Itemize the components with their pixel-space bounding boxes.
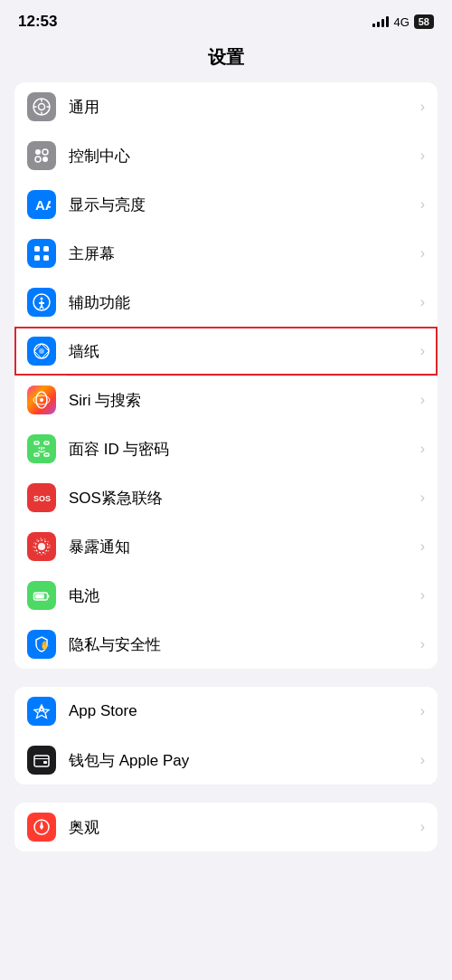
status-bar: 12:53 4G 58 [0, 0, 452, 38]
accessibility-icon [27, 288, 56, 317]
control-label: 控制中心 [69, 146, 420, 167]
svg-point-31 [43, 447, 45, 449]
settings-row-faceid[interactable]: 面容 ID 与密码 › [14, 424, 438, 473]
appstore-label: App Store [69, 702, 420, 720]
svg-point-1 [39, 104, 45, 110]
settings-row-wallpaper[interactable]: 墙纸 › [14, 327, 438, 376]
svg-rect-38 [48, 595, 50, 598]
accessibility-chevron: › [420, 294, 425, 310]
general-label: 通用 [69, 97, 420, 118]
settings-row-wallet[interactable]: 钱包与 Apple Pay › [14, 736, 438, 785]
svg-point-46 [41, 826, 43, 829]
siri-label: Siri 与搜索 [69, 390, 420, 411]
settings-row-sos[interactable]: SOS SOS紧急联络 › [14, 473, 438, 522]
wallpaper-icon [27, 337, 56, 366]
sos-icon: SOS [27, 483, 56, 512]
display-icon: AA [27, 190, 56, 219]
faceid-chevron: › [420, 441, 425, 457]
svg-rect-28 [34, 453, 39, 456]
svg-text:SOS: SOS [33, 494, 51, 503]
settings-row-compass[interactable]: 奥观 › [14, 803, 438, 852]
appstore-icon [27, 697, 56, 726]
sos-label: SOS紧急联络 [69, 488, 420, 509]
wallet-icon [27, 746, 56, 775]
svg-point-22 [39, 348, 44, 354]
svg-point-25 [40, 398, 43, 402]
privacy-label: 隐私与安全性 [69, 634, 420, 655]
homescreen-label: 主屏幕 [69, 243, 420, 264]
network-label: 4G [393, 15, 409, 29]
exposure-chevron: › [420, 538, 425, 555]
status-icons: 4G 58 [372, 14, 434, 29]
svg-rect-13 [34, 255, 40, 261]
wallpaper-chevron: › [420, 343, 425, 359]
svg-point-16 [41, 298, 43, 300]
svg-rect-42 [34, 756, 49, 766]
faceid-icon [27, 434, 56, 463]
control-chevron: › [420, 147, 425, 164]
battery-badge: 58 [414, 14, 434, 29]
exposure-label: 暴露通知 [69, 537, 420, 557]
settings-row-display[interactable]: AA 显示与亮度 › [14, 180, 438, 229]
svg-rect-43 [43, 761, 47, 764]
wallet-chevron: › [420, 752, 425, 768]
settings-group-2: App Store › 钱包与 Apple Pay › [14, 687, 438, 785]
svg-line-20 [42, 306, 43, 309]
svg-point-7 [42, 149, 48, 155]
page-title: 设置 [0, 38, 452, 82]
display-label: 显示与亮度 [69, 195, 420, 215]
compass-label: 奥观 [69, 817, 420, 838]
settings-row-accessibility[interactable]: 辅助功能 › [14, 278, 438, 327]
settings-row-general[interactable]: 通用 › [14, 82, 438, 131]
svg-point-9 [42, 157, 48, 162]
settings-row-homescreen[interactable]: 主屏幕 › [14, 229, 438, 278]
svg-point-6 [35, 149, 41, 155]
faceid-label: 面容 ID 与密码 [69, 439, 420, 460]
general-icon [27, 92, 56, 121]
svg-rect-12 [43, 246, 49, 252]
accessibility-label: 辅助功能 [69, 292, 420, 313]
battery-chevron: › [420, 587, 425, 604]
compass-chevron: › [420, 819, 425, 835]
svg-text:✋: ✋ [40, 640, 51, 651]
siri-chevron: › [420, 392, 425, 408]
settings-group-1: 通用 › 控制中心 › AA 显示与亮度 › [14, 82, 438, 669]
svg-point-34 [38, 543, 45, 550]
settings-group-3: 奥观 › [14, 803, 438, 852]
settings-row-battery[interactable]: 电池 › [14, 571, 438, 620]
svg-rect-39 [35, 595, 44, 599]
svg-rect-29 [44, 453, 49, 456]
battery-label: 电池 [69, 585, 420, 606]
battery-icon [27, 581, 56, 610]
privacy-icon: ✋ [27, 630, 56, 659]
settings-row-control[interactable]: 控制中心 › [14, 131, 438, 180]
svg-point-8 [35, 157, 41, 162]
svg-rect-11 [34, 246, 40, 252]
settings-row-privacy[interactable]: ✋ 隐私与安全性 › [14, 620, 438, 669]
homescreen-icon [27, 239, 56, 268]
status-time: 12:53 [18, 13, 57, 31]
settings-row-siri[interactable]: Siri 与搜索 › [14, 376, 438, 424]
wallet-label: 钱包与 Apple Pay [69, 750, 420, 771]
svg-text:AA: AA [35, 197, 51, 213]
svg-point-30 [39, 447, 41, 449]
compass-icon [27, 813, 56, 842]
settings-row-appstore[interactable]: App Store › [14, 687, 438, 736]
exposure-icon [27, 532, 56, 561]
signal-icon [372, 16, 389, 27]
display-chevron: › [420, 196, 425, 213]
control-icon [27, 141, 56, 170]
svg-rect-14 [43, 255, 49, 261]
settings-row-exposure[interactable]: 暴露通知 › [14, 522, 438, 571]
homescreen-chevron: › [420, 245, 425, 262]
sos-chevron: › [420, 490, 425, 506]
wallpaper-label: 墙纸 [69, 341, 420, 362]
siri-icon [27, 385, 56, 414]
svg-rect-27 [44, 442, 49, 444]
appstore-chevron: › [420, 703, 425, 719]
privacy-chevron: › [420, 636, 425, 652]
svg-rect-26 [34, 442, 39, 444]
general-chevron: › [420, 99, 425, 115]
